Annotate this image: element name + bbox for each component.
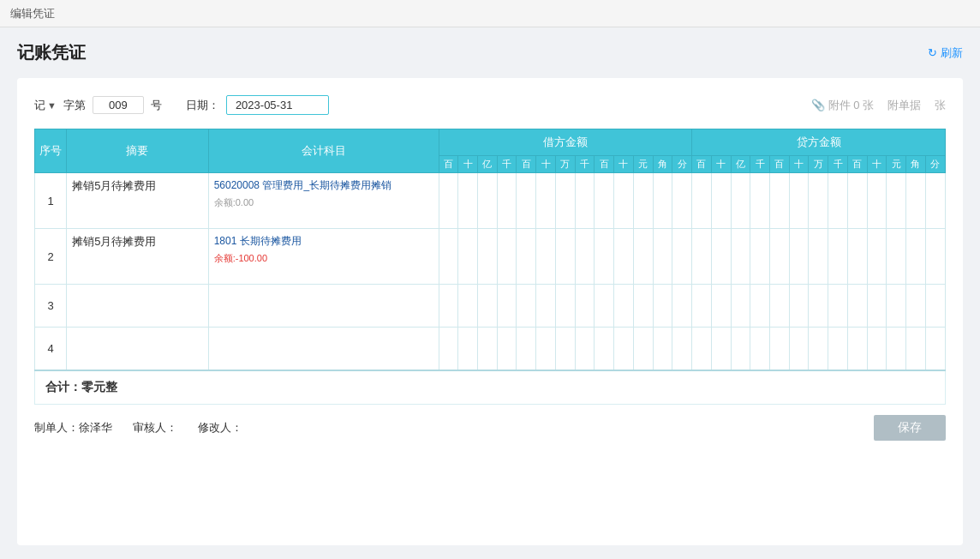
credit-digit-cell[interactable] xyxy=(731,328,750,370)
row-summary[interactable]: 摊销5月待摊费用 xyxy=(67,173,208,229)
row-summary[interactable]: 摊销5月待摊费用 xyxy=(67,229,208,285)
credit-digit-cell[interactable] xyxy=(731,285,750,328)
credit-digit-cell[interactable] xyxy=(809,285,828,328)
attachment-button[interactable]: 📎 附件 0 张 xyxy=(811,98,874,113)
debit-digit-cell[interactable] xyxy=(555,285,575,328)
date-input[interactable] xyxy=(226,95,329,115)
debit-digit-cell[interactable] xyxy=(517,229,536,285)
debit-digit-cell[interactable] xyxy=(555,229,575,285)
row-account[interactable] xyxy=(208,328,439,370)
credit-digit-cell[interactable] xyxy=(711,173,731,229)
credit-digit-cell[interactable] xyxy=(847,229,867,285)
credit-digit-cell[interactable] xyxy=(906,173,926,229)
credit-digit-cell[interactable] xyxy=(789,285,809,328)
row-account[interactable]: 1801 长期待摊费用余额:-100.00 xyxy=(208,229,439,285)
zi-number-input[interactable] xyxy=(93,96,144,114)
credit-digit-cell[interactable] xyxy=(769,229,789,285)
credit-digit-cell[interactable] xyxy=(692,328,712,370)
credit-digit-cell[interactable] xyxy=(906,229,926,285)
credit-digit-cell[interactable] xyxy=(906,285,926,328)
credit-digit-cell[interactable] xyxy=(828,229,848,285)
debit-digit-cell[interactable] xyxy=(517,285,536,328)
debit-digit-cell[interactable] xyxy=(497,328,517,370)
debit-digit-cell[interactable] xyxy=(653,285,672,328)
credit-digit-cell[interactable] xyxy=(711,328,731,370)
credit-digit-cell[interactable] xyxy=(925,173,945,229)
credit-digit-cell[interactable] xyxy=(731,229,750,285)
debit-digit-cell[interactable] xyxy=(477,229,497,285)
credit-digit-cell[interactable] xyxy=(692,229,712,285)
credit-digit-cell[interactable] xyxy=(867,173,887,229)
debit-digit-cell[interactable] xyxy=(439,285,458,328)
row-summary[interactable] xyxy=(67,328,208,370)
debit-digit-cell[interactable] xyxy=(536,173,556,229)
debit-digit-cell[interactable] xyxy=(517,173,536,229)
credit-digit-cell[interactable] xyxy=(925,229,945,285)
credit-digit-cell[interactable] xyxy=(692,285,712,328)
debit-digit-cell[interactable] xyxy=(477,328,497,370)
debit-digit-cell[interactable] xyxy=(653,173,672,229)
debit-digit-cell[interactable] xyxy=(536,328,556,370)
debit-digit-cell[interactable] xyxy=(458,229,478,285)
credit-digit-cell[interactable] xyxy=(828,285,848,328)
credit-digit-cell[interactable] xyxy=(828,173,848,229)
credit-digit-cell[interactable] xyxy=(828,328,848,370)
credit-digit-cell[interactable] xyxy=(925,285,945,328)
debit-digit-cell[interactable] xyxy=(536,285,556,328)
credit-digit-cell[interactable] xyxy=(769,328,789,370)
refresh-button[interactable]: ↻ 刷新 xyxy=(928,45,963,61)
debit-digit-cell[interactable] xyxy=(497,229,517,285)
debit-digit-cell[interactable] xyxy=(595,285,614,328)
debit-digit-cell[interactable] xyxy=(497,173,517,229)
save-button[interactable]: 保存 xyxy=(874,415,946,441)
debit-digit-cell[interactable] xyxy=(439,229,458,285)
credit-digit-cell[interactable] xyxy=(925,328,945,370)
credit-digit-cell[interactable] xyxy=(692,173,712,229)
debit-digit-cell[interactable] xyxy=(575,328,595,370)
dan-ju-button[interactable]: 附单据 xyxy=(887,98,921,113)
credit-digit-cell[interactable] xyxy=(887,173,906,229)
debit-digit-cell[interactable] xyxy=(555,328,575,370)
debit-digit-cell[interactable] xyxy=(555,173,575,229)
debit-digit-cell[interactable] xyxy=(614,229,634,285)
credit-digit-cell[interactable] xyxy=(789,229,809,285)
debit-digit-cell[interactable] xyxy=(614,328,634,370)
debit-digit-cell[interactable] xyxy=(458,173,478,229)
credit-digit-cell[interactable] xyxy=(750,285,770,328)
credit-digit-cell[interactable] xyxy=(769,285,789,328)
credit-digit-cell[interactable] xyxy=(711,229,731,285)
debit-digit-cell[interactable] xyxy=(672,229,692,285)
credit-digit-cell[interactable] xyxy=(867,229,887,285)
debit-digit-cell[interactable] xyxy=(497,285,517,328)
debit-digit-cell[interactable] xyxy=(653,328,672,370)
credit-digit-cell[interactable] xyxy=(750,173,770,229)
credit-digit-cell[interactable] xyxy=(789,328,809,370)
debit-digit-cell[interactable] xyxy=(439,173,458,229)
debit-digit-cell[interactable] xyxy=(672,285,692,328)
debit-digit-cell[interactable] xyxy=(633,328,653,370)
debit-digit-cell[interactable] xyxy=(653,229,672,285)
debit-digit-cell[interactable] xyxy=(672,328,692,370)
credit-digit-cell[interactable] xyxy=(887,328,906,370)
debit-digit-cell[interactable] xyxy=(633,229,653,285)
debit-digit-cell[interactable] xyxy=(614,173,634,229)
credit-digit-cell[interactable] xyxy=(769,173,789,229)
debit-digit-cell[interactable] xyxy=(477,173,497,229)
credit-digit-cell[interactable] xyxy=(809,328,828,370)
debit-digit-cell[interactable] xyxy=(595,328,614,370)
credit-digit-cell[interactable] xyxy=(711,285,731,328)
debit-digit-cell[interactable] xyxy=(595,173,614,229)
debit-digit-cell[interactable] xyxy=(517,328,536,370)
credit-digit-cell[interactable] xyxy=(750,328,770,370)
credit-digit-cell[interactable] xyxy=(847,328,867,370)
debit-digit-cell[interactable] xyxy=(633,173,653,229)
debit-digit-cell[interactable] xyxy=(458,328,478,370)
ji-dropdown-button[interactable]: ▼ xyxy=(47,100,57,111)
row-account[interactable]: 56020008 管理费用_长期待摊费用摊销余额:0.00 xyxy=(208,173,439,229)
debit-digit-cell[interactable] xyxy=(614,285,634,328)
debit-digit-cell[interactable] xyxy=(458,285,478,328)
credit-digit-cell[interactable] xyxy=(731,173,750,229)
credit-digit-cell[interactable] xyxy=(847,173,867,229)
debit-digit-cell[interactable] xyxy=(633,285,653,328)
row-summary[interactable] xyxy=(67,285,208,328)
